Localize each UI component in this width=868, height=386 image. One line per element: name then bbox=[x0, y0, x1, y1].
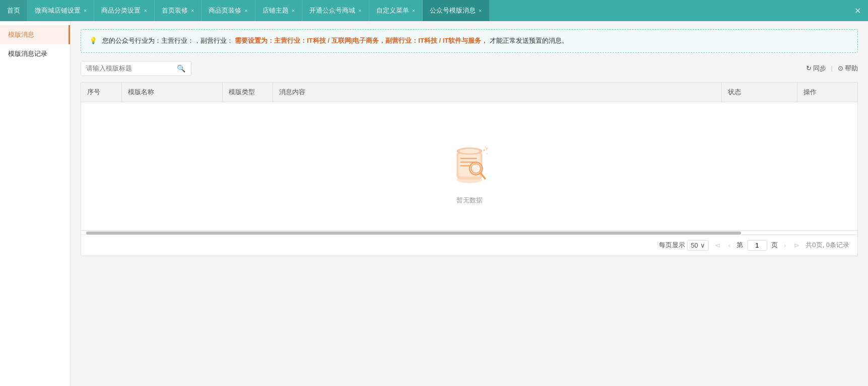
nav-tab-theme-label: 店铺主题 bbox=[262, 6, 289, 15]
nav-tab-custom-menu-close[interactable]: × bbox=[412, 8, 415, 14]
notice-banner: 💡 您的公众号行业为：主营行业：，副营行业： 需要设置为：主营行业：IT科技 /… bbox=[81, 29, 858, 53]
nav-tab-category-close[interactable]: × bbox=[144, 8, 147, 14]
nav-tab-template-msg-label: 公众号模版消息 bbox=[430, 6, 476, 15]
page-next-button[interactable]: › bbox=[782, 241, 788, 250]
table-empty-row: 暂无数据 bbox=[81, 102, 857, 230]
nav-tab-store-settings-close[interactable]: × bbox=[84, 8, 87, 14]
nav-tab-theme[interactable]: 店铺主题 × bbox=[255, 0, 302, 21]
page-summary: 共0页, 0条记录 bbox=[806, 241, 849, 250]
svg-point-12 bbox=[483, 149, 485, 151]
nav-tab-category[interactable]: 商品分类设置 × bbox=[94, 0, 154, 21]
notice-prefix: 您的公众号行业为：主营行业：，副营行业： bbox=[102, 37, 233, 44]
nav-tab-theme-close[interactable]: × bbox=[292, 8, 295, 14]
empty-state: 暂无数据 bbox=[87, 107, 851, 225]
table-wrapper: 序号 模版名称 模版类型 消息内容 状态 操作 bbox=[81, 82, 858, 256]
notice-suffix: 才能正常发送预置的消息。 bbox=[490, 37, 568, 44]
sidebar-item-template-msg[interactable]: 模版消息 bbox=[0, 25, 70, 44]
svg-point-7 bbox=[459, 149, 480, 153]
help-button[interactable]: ⊙ 帮助 bbox=[838, 64, 858, 73]
sync-label: 同步 bbox=[813, 64, 826, 73]
nav-tab-store-settings-label: 微商城店铺设置 bbox=[35, 6, 81, 15]
nav-tab-template-msg[interactable]: 公众号模版消息 × bbox=[423, 0, 489, 21]
sidebar-item-template-msg-record-label: 模版消息记录 bbox=[8, 50, 47, 57]
nav-tab-template-msg-close[interactable]: × bbox=[479, 8, 482, 14]
help-label: 帮助 bbox=[845, 64, 858, 73]
page-prev-button[interactable]: ‹ bbox=[726, 241, 732, 250]
sync-button[interactable]: ↻ 同步 bbox=[806, 64, 826, 73]
svg-point-11 bbox=[472, 165, 475, 167]
sync-icon: ↻ bbox=[806, 64, 812, 72]
notice-icon: 💡 bbox=[89, 37, 97, 44]
nav-tab-custom-menu-label: 自定义菜单 bbox=[376, 6, 409, 15]
top-nav: 首页 微商城店铺设置 × 商品分类设置 × 首页装修 × 商品页装修 × 店铺主… bbox=[0, 0, 868, 21]
chevron-down-icon: ∨ bbox=[700, 242, 705, 249]
table-empty-cell: 暂无数据 bbox=[81, 102, 857, 230]
col-header-action: 操作 bbox=[797, 83, 857, 102]
nav-tab-product-decor-close[interactable]: × bbox=[244, 8, 247, 14]
nav-tab-home-decor-close[interactable]: × bbox=[191, 8, 194, 14]
search-input[interactable] bbox=[81, 61, 172, 75]
nav-tab-home-decor-label: 首页装修 bbox=[162, 6, 188, 15]
nav-tab-home[interactable]: 首页 bbox=[0, 0, 28, 21]
sidebar-item-template-msg-label: 模版消息 bbox=[8, 31, 34, 38]
page-size-dropdown[interactable]: 50 ∨ bbox=[687, 240, 708, 251]
page-size-value: 50 bbox=[691, 242, 698, 249]
scrollbar-thumb[interactable] bbox=[86, 231, 741, 235]
col-header-index: 序号 bbox=[81, 83, 121, 102]
horizontal-scrollbar[interactable] bbox=[81, 230, 857, 235]
nav-tab-home-decor[interactable]: 首页装修 × bbox=[155, 0, 202, 21]
search-input-wrap: 🔍 bbox=[81, 61, 191, 76]
page-size-select: 每页显示 50 ∨ bbox=[659, 240, 708, 251]
page-label: 第 bbox=[737, 241, 743, 250]
empty-illustration bbox=[444, 137, 495, 188]
notice-highlight: 需要设置为：主营行业：IT科技 / 互联网|电子商务，副营行业：IT科技 / I… bbox=[235, 37, 488, 44]
per-page-label: 每页显示 bbox=[659, 241, 685, 250]
page-unit: 页 bbox=[771, 241, 778, 250]
main-layout: 模版消息 模版消息记录 💡 您的公众号行业为：主营行业：，副营行业： 需要设置为… bbox=[0, 21, 868, 386]
svg-point-13 bbox=[486, 153, 488, 155]
close-all-button[interactable]: ✕ bbox=[847, 6, 868, 16]
sidebar-item-template-msg-record[interactable]: 模版消息记录 bbox=[0, 44, 70, 63]
col-header-content: 消息内容 bbox=[273, 83, 721, 102]
action-divider: | bbox=[831, 64, 833, 72]
page-number-input[interactable] bbox=[747, 240, 767, 251]
sidebar: 模版消息 模版消息记录 bbox=[0, 21, 71, 386]
page-last-button[interactable]: ⊳ bbox=[792, 241, 802, 250]
col-header-type: 模版类型 bbox=[222, 83, 273, 102]
nav-tab-custom-menu[interactable]: 自定义菜单 × bbox=[369, 0, 423, 21]
page-first-button[interactable]: ⊲ bbox=[713, 241, 722, 250]
nav-tab-wechat-shop-label: 开通公众号商城 bbox=[309, 6, 355, 15]
nav-tab-wechat-shop-close[interactable]: × bbox=[358, 8, 361, 14]
empty-text: 暂无数据 bbox=[456, 196, 483, 205]
col-header-status: 状态 bbox=[721, 83, 797, 102]
nav-tab-home-label: 首页 bbox=[7, 6, 20, 15]
help-icon: ⊙ bbox=[838, 64, 843, 72]
nav-tab-product-decor[interactable]: 商品页装修 × bbox=[202, 0, 255, 21]
nav-tab-wechat-shop[interactable]: 开通公众号商城 × bbox=[302, 0, 369, 21]
search-bar: 🔍 ↻ 同步 | ⊙ 帮助 bbox=[81, 61, 858, 76]
col-header-name: 模版名称 bbox=[121, 83, 222, 102]
table-header-row: 序号 模版名称 模版类型 消息内容 状态 操作 bbox=[81, 83, 857, 102]
search-button[interactable]: 🔍 bbox=[172, 61, 190, 75]
nav-tab-category-label: 商品分类设置 bbox=[101, 6, 141, 15]
nav-tab-store-settings[interactable]: 微商城店铺设置 × bbox=[28, 0, 94, 21]
search-actions: ↻ 同步 | ⊙ 帮助 bbox=[806, 64, 858, 73]
main-content: 💡 您的公众号行业为：主营行业：，副营行业： 需要设置为：主营行业：IT科技 /… bbox=[71, 21, 868, 386]
nav-tab-product-decor-label: 商品页装修 bbox=[209, 6, 241, 15]
pagination: 每页显示 50 ∨ ⊲ ‹ 第 页 › ⊳ 共0页, 0条记录 bbox=[81, 235, 857, 256]
data-table: 序号 模版名称 模版类型 消息内容 状态 操作 bbox=[81, 83, 857, 230]
